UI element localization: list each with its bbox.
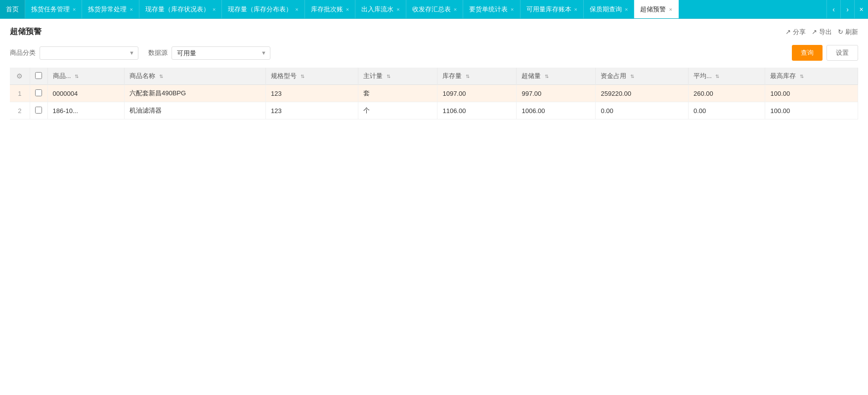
settings-header[interactable]: ⚙ (10, 68, 30, 85)
cell-unit: 套 (358, 85, 437, 102)
cell-unit: 个 (358, 102, 437, 119)
sort-icon: ⇅ (545, 74, 549, 79)
cell-product-name: 机油滤清器 (124, 102, 265, 119)
close-icon[interactable]: × (574, 6, 577, 12)
cell-product-name: 六配套新昌490BPG (124, 85, 265, 102)
datasource-filter: 数据源 可用量 库存量 ▼ (148, 46, 270, 60)
close-icon[interactable]: × (511, 6, 514, 12)
nav-item-summary-table[interactable]: 收发存汇总表 × (406, 0, 463, 19)
row-number: 2 (10, 102, 30, 119)
sort-icon: ⇅ (301, 74, 304, 79)
cell-product-code: 186-10... (47, 102, 124, 119)
close-icon[interactable]: × (625, 6, 628, 12)
category-select-wrapper: ▼ (40, 46, 138, 60)
nav-item-available-stock[interactable]: 可用量库存账本 × (521, 0, 584, 19)
table-row: 1 0000004 六配套新昌490BPG 123 套 1097.00 997.… (10, 85, 858, 102)
nav-arrows: ‹ › × (826, 0, 868, 19)
sort-icon: ⇅ (800, 74, 804, 79)
nav-item-batch-account[interactable]: 库存批次账 × (305, 0, 355, 19)
col-product-code[interactable]: 商品... ⇅ (47, 68, 124, 85)
nav-item-home[interactable]: 首页 (0, 0, 25, 19)
header-actions: ↗ 分享 ↗ 导出 ↻ 刷新 (785, 28, 858, 37)
query-button[interactable]: 查询 (792, 45, 823, 61)
close-icon[interactable]: × (669, 6, 672, 12)
close-icon[interactable]: × (130, 6, 132, 12)
cell-max-stock: 100.00 (765, 102, 858, 119)
top-navigation: 首页 拣货任务管理 × 拣货异常处理 × 现存量（库存状况表） × 现存量（库存… (0, 0, 868, 19)
row-number: 1 (10, 85, 30, 102)
col-capital[interactable]: 资金占用 ⇅ (596, 68, 689, 85)
close-icon[interactable]: × (346, 6, 349, 12)
filter-row: 商品分类 ▼ 数据源 可用量 库存量 ▼ 查询 设置 (10, 45, 858, 61)
sort-icon: ⇅ (630, 74, 634, 79)
close-icon[interactable]: × (213, 6, 216, 12)
nav-next-button[interactable]: › (840, 0, 854, 19)
row-checkbox-cell[interactable] (30, 85, 47, 102)
nav-item-stock-distribution[interactable]: 现存量（库存分布表） × (222, 0, 304, 19)
cell-spec: 123 (265, 85, 358, 102)
select-all-checkbox[interactable] (35, 72, 42, 79)
table-row: 2 186-10... 机油滤清器 123 个 1106.00 1006.00 … (10, 102, 858, 119)
col-unit[interactable]: 主计量 ⇅ (358, 68, 437, 85)
col-spec[interactable]: 规格型号 ⇅ (265, 68, 358, 85)
nav-item-order-stats[interactable]: 要货单统计表 × (463, 0, 520, 19)
row-checkbox[interactable] (35, 89, 42, 96)
close-icon[interactable]: × (396, 6, 399, 12)
export-button[interactable]: ↗ 导出 (812, 28, 832, 37)
datasource-select-wrapper: 可用量 库存量 ▼ (172, 46, 270, 60)
cell-avg: 0.00 (689, 102, 765, 119)
col-max-stock[interactable]: 最高库存 ⇅ (765, 68, 858, 85)
sort-icon: ⇅ (466, 74, 470, 79)
cell-stock: 1097.00 (437, 85, 517, 102)
cell-overflow: 1006.00 (517, 102, 596, 119)
close-icon[interactable]: × (295, 6, 298, 12)
cell-avg: 260.00 (689, 85, 765, 102)
gear-icon[interactable]: ⚙ (16, 72, 23, 80)
sort-icon: ⇅ (715, 74, 719, 79)
cell-capital: 259220.00 (596, 85, 689, 102)
filter-actions: 查询 设置 (792, 45, 858, 61)
set-button[interactable]: 设置 (826, 45, 858, 61)
category-filter: 商品分类 ▼ (10, 46, 138, 60)
data-table: ⚙ 商品... ⇅ 商品名称 ⇅ 规格型号 ⇅ (10, 68, 858, 119)
row-checkbox[interactable] (35, 107, 42, 114)
cell-capital: 0.00 (596, 102, 689, 119)
sort-icon: ⇅ (75, 74, 79, 79)
page-title: 超储预警 (10, 27, 42, 37)
datasource-label: 数据源 (148, 48, 168, 57)
cell-spec: 123 (265, 102, 358, 119)
datasource-select[interactable]: 可用量 库存量 (172, 46, 270, 60)
nav-close-button[interactable]: × (854, 0, 868, 19)
nav-item-quality-period[interactable]: 保质期查询 × (584, 0, 634, 19)
category-select[interactable] (40, 46, 138, 60)
cell-overflow: 997.00 (517, 85, 596, 102)
data-table-wrapper: ⚙ 商品... ⇅ 商品名称 ⇅ 规格型号 ⇅ (10, 68, 858, 119)
cell-product-code: 0000004 (47, 85, 124, 102)
nav-item-overstock-alert[interactable]: 超储预警 × (634, 0, 678, 19)
nav-item-task-management[interactable]: 拣货任务管理 × (25, 0, 82, 19)
close-icon[interactable]: × (454, 6, 457, 12)
col-overflow[interactable]: 超储量 ⇅ (517, 68, 596, 85)
col-stock[interactable]: 库存量 ⇅ (437, 68, 517, 85)
close-icon[interactable]: × (73, 6, 76, 12)
page-header: 超储预警 ↗ 分享 ↗ 导出 ↻ 刷新 (10, 27, 858, 37)
col-avg[interactable]: 平均... ⇅ (689, 68, 765, 85)
share-button[interactable]: ↗ 分享 (785, 28, 806, 37)
nav-prev-button[interactable]: ‹ (826, 0, 840, 19)
cell-stock: 1106.00 (437, 102, 517, 119)
nav-item-inout-flow[interactable]: 出入库流水 × (355, 0, 406, 19)
category-label: 商品分类 (10, 48, 36, 57)
sort-icon: ⇅ (387, 74, 391, 79)
sort-icon: ⇅ (159, 74, 163, 79)
checkbox-header[interactable] (30, 68, 47, 85)
col-product-name[interactable]: 商品名称 ⇅ (124, 68, 265, 85)
table-body: 1 0000004 六配套新昌490BPG 123 套 1097.00 997.… (10, 85, 858, 119)
refresh-button[interactable]: ↻ 刷新 (838, 28, 858, 37)
page-content: 超储预警 ↗ 分享 ↗ 导出 ↻ 刷新 商品分类 ▼ (0, 19, 868, 395)
export-icon: ↗ (812, 28, 817, 36)
refresh-icon: ↻ (838, 28, 843, 36)
nav-item-exception-handling[interactable]: 拣货异常处理 × (82, 0, 139, 19)
row-checkbox-cell[interactable] (30, 102, 47, 119)
cell-max-stock: 100.00 (765, 85, 858, 102)
nav-item-stock-status[interactable]: 现存量（库存状况表） × (139, 0, 222, 19)
